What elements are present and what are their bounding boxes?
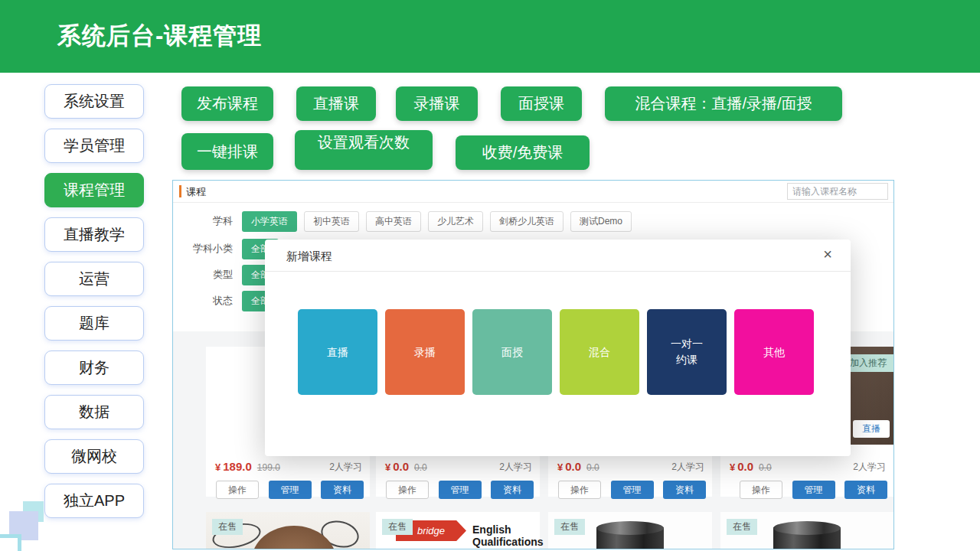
operate-button[interactable]: 操作: [740, 481, 782, 499]
modal-divider: [265, 271, 851, 272]
live-badge: 直播: [853, 420, 890, 438]
sidebar-item-operations[interactable]: 运营: [44, 262, 144, 296]
action-buttons: 操作 管理 资料: [552, 481, 706, 499]
operate-button[interactable]: 操作: [216, 481, 259, 499]
course-type-recorded[interactable]: 录播: [385, 309, 465, 395]
filter-tag[interactable]: 测试Demo: [570, 211, 632, 232]
sidebar-item-course-management[interactable]: 课程管理: [44, 173, 144, 207]
price-row: ¥0.00.0 2人学习: [385, 460, 532, 475]
type-label: 录播: [414, 344, 436, 360]
app-header: 系统后台-课程管理: [0, 0, 980, 73]
original-price: 199.0: [257, 462, 280, 473]
course-management-panel: 课程 学科 小学英语 初中英语 高中英语 少儿艺术 剑桥少儿英语 测试Demo …: [172, 180, 894, 549]
type-label: 一对一: [671, 336, 703, 352]
type-label: 直播: [327, 344, 348, 360]
sidebar-item-finance[interactable]: 财务: [44, 350, 144, 385]
sidebar-item-live-teaching[interactable]: 直播教学: [44, 217, 144, 252]
course-type-one-on-one[interactable]: 一对一 约课: [647, 309, 727, 395]
sidebar-item-student-management[interactable]: 学员管理: [44, 129, 144, 163]
on-sale-badge: 在售: [727, 519, 757, 535]
course-price: 189.0: [223, 460, 252, 473]
operate-button[interactable]: 操作: [558, 481, 601, 499]
manage-button[interactable]: 管理: [792, 481, 835, 499]
type-label: 其他: [763, 344, 785, 360]
price-row: ¥189.0199.0 2人学习: [215, 460, 362, 475]
currency-symbol: ¥: [215, 461, 220, 473]
filter-label: 学科小类: [173, 242, 233, 256]
paid-free-course-button[interactable]: 收费/免费课: [456, 135, 590, 170]
on-sale-badge: 在售: [554, 519, 585, 535]
course-card: 在售: [206, 512, 370, 549]
modal-title: 新增课程: [286, 249, 332, 264]
manage-button[interactable]: 管理: [439, 481, 482, 499]
on-sale-badge: 在售: [212, 519, 243, 535]
type-label: 混合: [589, 344, 610, 360]
type-label: 约课: [676, 352, 697, 368]
filter-tag[interactable]: 少儿艺术: [428, 211, 483, 232]
filter-label: 类型: [173, 268, 233, 282]
filter-tag-active[interactable]: 小学英语: [242, 211, 297, 232]
material-button[interactable]: 资料: [663, 481, 706, 499]
live-course-button[interactable]: 直播课: [296, 86, 376, 121]
manage-button[interactable]: 管理: [611, 481, 654, 499]
manage-button[interactable]: 管理: [269, 481, 312, 499]
sidebar-item-data[interactable]: 数据: [44, 395, 144, 429]
sidebar: 系统设置 学员管理 课程管理 直播教学 运营 题库 财务 数据 微网校 独立AP…: [44, 84, 144, 528]
filter-tag[interactable]: 初中英语: [304, 211, 359, 232]
panel-header: 课程: [173, 181, 893, 203]
course-search-input[interactable]: [787, 183, 888, 200]
course-price: 0.0: [565, 460, 581, 473]
sidebar-item-micro-school[interactable]: 微网校: [44, 439, 144, 474]
course-price: 0.0: [737, 460, 753, 473]
student-count: 2人学习: [499, 461, 532, 474]
type-label: 面授: [501, 344, 523, 360]
currency-symbol: ¥: [385, 461, 390, 473]
decor-square-corner: [0, 534, 21, 551]
original-price: 0.0: [759, 462, 772, 473]
currency-symbol: ¥: [557, 461, 563, 473]
cambridge-title: English Qualifications: [472, 523, 544, 548]
mixed-course-button[interactable]: 混合课程：直播/录播/面授: [605, 86, 842, 121]
course-type-live[interactable]: 直播: [298, 309, 377, 395]
student-count: 2人学习: [329, 461, 362, 474]
material-button[interactable]: 资料: [321, 481, 364, 499]
product-graphic: [773, 521, 841, 535]
sidebar-item-standalone-app[interactable]: 独立APP: [44, 484, 144, 518]
close-icon[interactable]: ×: [823, 246, 832, 262]
view-count-settings-button[interactable]: 设置观看次数: [295, 130, 433, 170]
one-click-schedule-button[interactable]: 一键排课: [181, 133, 273, 170]
course-type-options: 直播 录播 面授 混合 一对一 约课 其他: [298, 309, 814, 395]
on-sale-badge: 在售: [382, 519, 413, 535]
publish-course-button[interactable]: 发布课程: [181, 86, 273, 121]
filter-tag[interactable]: 剑桥少儿英语: [490, 211, 564, 232]
recorded-course-button[interactable]: 录播课: [396, 86, 478, 121]
offline-course-button[interactable]: 面授课: [501, 86, 582, 121]
panel-title: 课程: [186, 185, 206, 199]
sidebar-item-system-settings[interactable]: 系统设置: [44, 84, 144, 119]
material-button[interactable]: 资料: [844, 481, 887, 499]
price-row: ¥0.00.0 2人学习: [557, 460, 704, 475]
course-price: 0.0: [393, 460, 409, 473]
page-title: 系统后台-课程管理: [57, 20, 262, 52]
product-graphic: [596, 521, 664, 535]
add-course-modal: 新增课程 × 直播 录播 面授 混合 一对一 约课: [265, 240, 851, 456]
student-count: 2人学习: [853, 461, 886, 474]
filter-row-subject: 学科 小学英语 初中英语 高中英语 少儿艺术 剑桥少儿英语 测试Demo: [173, 211, 893, 231]
sidebar-item-question-bank[interactable]: 题库: [44, 306, 144, 341]
original-price: 0.0: [586, 462, 599, 473]
action-buttons: 操作 管理 资料: [210, 481, 364, 499]
panel-accent-bar: [179, 185, 181, 197]
action-buttons: 操作 管理 资料: [380, 481, 534, 499]
material-button[interactable]: 资料: [491, 481, 534, 499]
filter-label: 状态: [173, 294, 233, 308]
operate-button[interactable]: 操作: [386, 481, 429, 499]
price-row: ¥0.00.0 2人学习: [730, 460, 886, 475]
filter-tag[interactable]: 高中英语: [366, 211, 421, 232]
course-card: 在售: [720, 512, 893, 549]
course-type-offline[interactable]: 面授: [472, 309, 552, 395]
course-type-mixed[interactable]: 混合: [560, 309, 639, 395]
action-buttons: 操作 管理 资料: [733, 481, 887, 499]
course-type-other[interactable]: 其他: [734, 309, 814, 395]
original-price: 0.0: [414, 462, 427, 473]
student-count: 2人学习: [671, 461, 704, 474]
